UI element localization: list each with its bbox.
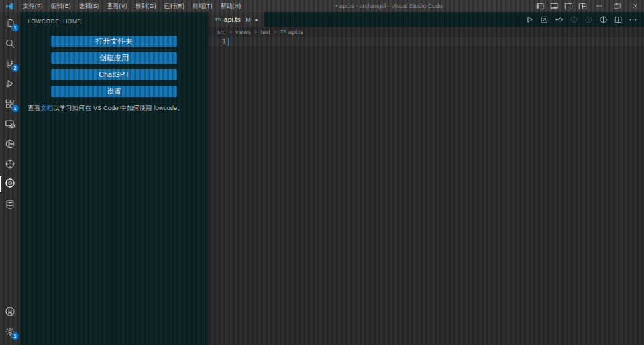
- database-icon: [5, 199, 15, 210]
- vscode-window: 文件(F) 编辑(E) 选择(S) 查看(V) 转到(G) 运行(R) 终端(T…: [0, 0, 644, 345]
- activitybar-item-lowcode[interactable]: [0, 174, 20, 194]
- previous-change-icon: [568, 14, 580, 25]
- line-number: 1: [209, 38, 226, 46]
- chevron-right-icon: >: [254, 29, 257, 36]
- menu-view[interactable]: 查看(V): [103, 0, 131, 12]
- sidebar: LOWCODE: HOME 打开文件夹 创建应用 ChatGPT 设置 查看文档…: [20, 12, 208, 345]
- help-suffix: 以学习如何在 VS Code 中如何使用 lowcode。: [53, 104, 184, 111]
- tab-api-ts[interactable]: TS api.ts M ●: [209, 12, 264, 27]
- activitybar-spacer: [0, 214, 20, 301]
- tab-bar: TS api.ts M ●: [209, 12, 644, 27]
- menu-file[interactable]: 文件(F): [19, 0, 47, 12]
- menubar: 文件(F) 编辑(E) 选择(S) 查看(V) 转到(G) 运行(R) 终端(T…: [19, 0, 245, 12]
- activitybar-item-database[interactable]: [0, 194, 20, 214]
- menu-go[interactable]: 转到(G): [131, 0, 160, 12]
- breadcrumbs: src > views > test > TS api.ts: [209, 27, 644, 37]
- explorer-badge: 1: [11, 24, 19, 31]
- breadcrumb-test[interactable]: test: [260, 29, 270, 36]
- menu-run[interactable]: 运行(R): [160, 0, 189, 12]
- run-icon[interactable]: [524, 14, 535, 25]
- activitybar-item-account[interactable]: [0, 301, 20, 322]
- search-icon: [5, 38, 15, 49]
- typescript-file-icon: TS: [280, 29, 286, 34]
- chevron-right-icon: >: [274, 29, 277, 36]
- titlebar: 文件(F) 编辑(E) 选择(S) 查看(V) 转到(G) 运行(R) 终端(T…: [0, 0, 644, 12]
- code-line-1: 1: [209, 37, 644, 46]
- open-folder-button[interactable]: 打开文件夹: [51, 36, 177, 47]
- account-icon: [5, 306, 15, 317]
- run-debug-icon: [5, 78, 15, 89]
- extensions-badge: 1: [11, 105, 19, 112]
- help-prefix: 查看: [28, 104, 40, 111]
- create-app-button[interactable]: 创建应用: [51, 52, 177, 64]
- editor-group: TS api.ts M ●: [208, 12, 644, 345]
- activitybar-item-remote-monitor[interactable]: [0, 114, 20, 134]
- text-cursor: [228, 38, 229, 46]
- activitybar-item-search[interactable]: [0, 33, 20, 54]
- activity-bar: 1 2 1: [0, 12, 20, 345]
- vscode-logo-icon: [0, 2, 19, 11]
- workbench: 1 2 1: [0, 12, 644, 345]
- next-change-icon: [583, 14, 594, 25]
- activitybar-item-settings[interactable]: 1: [0, 322, 20, 342]
- settings-badge: 1: [11, 332, 19, 340]
- activitybar-item-extensions[interactable]: 1: [0, 94, 20, 114]
- git-modified-badge: M: [246, 16, 251, 23]
- toggle-panel-icon[interactable]: [547, 0, 561, 12]
- activitybar-item-run-debug[interactable]: [0, 74, 20, 94]
- lowcode-icon: [5, 178, 15, 191]
- toggle-secondary-sidebar-icon[interactable]: [561, 0, 576, 12]
- commit-graph-icon: [5, 139, 15, 149]
- pipeline-icon: [5, 159, 15, 169]
- more-actions-icon[interactable]: [627, 14, 639, 25]
- activitybar-item-commit-graph[interactable]: [0, 134, 20, 154]
- breadcrumb-src[interactable]: src: [217, 29, 225, 36]
- breadcrumb-views[interactable]: views: [235, 29, 251, 36]
- close-icon[interactable]: [626, 0, 644, 12]
- split-editor-icon[interactable]: [612, 14, 624, 25]
- menu-terminal[interactable]: 终端(T): [189, 0, 217, 12]
- undo-icon[interactable]: [553, 14, 565, 25]
- window-title: • api.ts - archangel - Visual Studio Cod…: [245, 3, 533, 9]
- typescript-file-icon: TS: [215, 17, 221, 23]
- minimize-icon[interactable]: [590, 0, 608, 12]
- chatgpt-button[interactable]: ChatGPT: [51, 69, 177, 80]
- titlebar-controls: [533, 0, 644, 12]
- toggle-primary-sidebar-icon[interactable]: [533, 0, 547, 12]
- menu-selection[interactable]: 选择(S): [75, 0, 103, 12]
- editor-toolbar: [524, 12, 644, 27]
- tab-label: api.ts: [224, 15, 241, 23]
- customize-layout-icon[interactable]: [576, 0, 590, 12]
- editor-pane[interactable]: 1: [209, 37, 644, 345]
- settings-button[interactable]: 设置: [51, 86, 177, 97]
- chevron-right-icon: >: [229, 29, 232, 36]
- remote-monitor-icon: [5, 119, 15, 129]
- dirty-indicator[interactable]: ●: [255, 17, 258, 22]
- breadcrumb-file-label: api.ts: [288, 29, 303, 36]
- sidebar-title: LOWCODE: HOME: [20, 12, 208, 25]
- breadcrumb-file[interactable]: TS api.ts: [280, 29, 303, 36]
- menu-help[interactable]: 帮助(H): [217, 0, 246, 12]
- sidebar-buttons: 打开文件夹 创建应用 ChatGPT 设置: [20, 36, 208, 97]
- activitybar-item-source-control[interactable]: 2: [0, 54, 20, 74]
- docs-link[interactable]: 文档: [40, 104, 53, 111]
- gitlens-icon[interactable]: [598, 14, 609, 25]
- activitybar-item-explorer[interactable]: 1: [0, 13, 20, 33]
- sidebar-help-text: 查看文档以学习如何在 VS Code 中如何使用 lowcode。: [28, 104, 201, 112]
- source-control-badge: 2: [11, 64, 19, 72]
- activitybar-item-pipeline[interactable]: [0, 154, 20, 174]
- restore-icon[interactable]: [608, 0, 626, 12]
- open-changes-icon[interactable]: [539, 14, 550, 25]
- menu-edit[interactable]: 编辑(E): [47, 0, 75, 12]
